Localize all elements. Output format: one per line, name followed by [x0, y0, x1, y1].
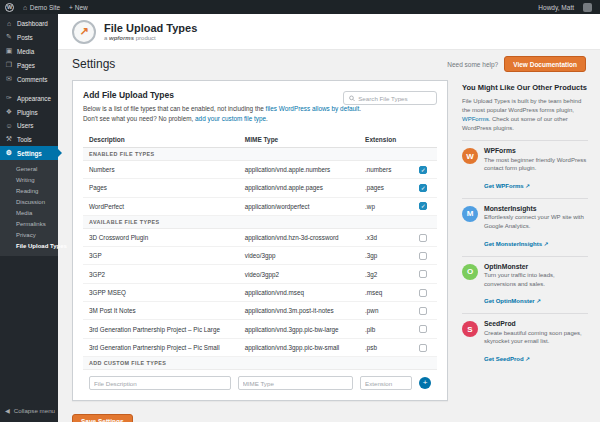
product-name: MonsterInsights: [484, 205, 588, 212]
new-content-menu[interactable]: + New: [69, 4, 88, 11]
file-type-checkbox[interactable]: [419, 270, 427, 278]
add-custom-file-type-link[interactable]: add your custom file type: [195, 115, 266, 122]
file-type-checkbox[interactable]: [419, 307, 427, 315]
get-optinmonster-link[interactable]: Get OptinMonster ↗: [484, 298, 541, 304]
search-icon: [349, 95, 355, 102]
search-box: [343, 91, 437, 105]
desc-text: Don't see what you need? No problem,: [83, 115, 195, 122]
site-name-menu[interactable]: ⌂ Demo Site: [23, 4, 60, 11]
file-description: 3rd Generation Partnership Project – Pic…: [83, 338, 239, 356]
wordpress-logo-icon[interactable]: W: [5, 3, 14, 12]
custom-description-input[interactable]: [89, 376, 231, 390]
sidebar-item-media[interactable]: ▣Media: [0, 44, 58, 58]
column-mime-type: MIME Type: [239, 132, 359, 148]
file-extension: .3gp: [359, 247, 409, 265]
plugin-tagline: a wpforms product: [104, 35, 197, 41]
help-text: Need some help?: [447, 61, 498, 68]
site-name-label: Demo Site: [30, 4, 60, 11]
table-row: WordPerfect application/wordperfect .wp: [83, 197, 437, 215]
table-row: 3D Crossword Plugin application/vnd.hzn-…: [83, 228, 437, 246]
tagline-prefix: a: [104, 35, 107, 41]
submenu-item-privacy[interactable]: Privacy: [0, 229, 58, 240]
posts-icon: ✎: [5, 33, 13, 41]
collapse-icon: ◀: [5, 407, 10, 414]
submenu-item-writing[interactable]: Writing: [0, 174, 58, 185]
admin-bar-right: Howdy, Matt: [538, 3, 592, 12]
settings-gear-icon: ⚙: [5, 149, 13, 157]
sidebar-item-label: Media: [17, 48, 34, 55]
content-row: Add File Upload Types Below is a list of…: [58, 78, 600, 422]
get-wpforms-link[interactable]: Get WPForms ↗: [484, 183, 530, 189]
save-settings-button[interactable]: Save Settings: [72, 414, 133, 422]
get-monsterinsights-link[interactable]: Get MonsterInsights ↗: [484, 241, 548, 247]
view-documentation-button[interactable]: View Documentation: [504, 56, 586, 72]
sidebar-item-appearance[interactable]: ✑Appearance: [0, 91, 58, 105]
wordpress-default-types-link[interactable]: files WordPress allows by default: [266, 105, 360, 112]
sidebar-item-posts[interactable]: ✎Posts: [0, 30, 58, 44]
sidebar-item-settings[interactable]: ⚙Settings: [0, 146, 58, 160]
sidebar-item-plugins[interactable]: ❖Plugins: [0, 105, 58, 119]
file-upload-types-logo-icon: ↗: [72, 20, 96, 44]
wpforms-link[interactable]: WPForms: [462, 116, 489, 122]
file-mime: application/vnd.hzn-3d-crossword: [239, 228, 359, 246]
file-extension: .numbers: [359, 160, 409, 178]
wpforms-brand: wpforms: [109, 35, 134, 41]
file-extension: .mseq: [359, 283, 409, 301]
file-extension: .pwn: [359, 302, 409, 320]
file-extension: .x3d: [359, 228, 409, 246]
submenu-item-permalinks[interactable]: Permalinks: [0, 218, 58, 229]
sidebar-item-label: Pages: [17, 62, 35, 69]
enabled-section-header: ENABLED FILE TYPES: [83, 147, 437, 160]
file-mime: application/vnd.apple.pages: [239, 179, 359, 197]
file-type-checkbox[interactable]: [419, 252, 427, 260]
sidebar-item-comments[interactable]: ✉Comments: [0, 72, 58, 86]
submenu-item-file-upload-types[interactable]: File Upload Types: [0, 240, 58, 251]
sidebar-item-users[interactable]: ☺Users: [0, 119, 58, 132]
file-types-table: Description MIME Type Extension ENABLED …: [83, 132, 437, 400]
plugins-icon: ❖: [5, 108, 13, 116]
external-link-icon: ↗: [525, 183, 530, 189]
custom-extension-input[interactable]: [360, 376, 412, 390]
collapse-menu-button[interactable]: ◀ Collapse menu: [0, 404, 58, 417]
howdy-menu[interactable]: Howdy, Matt: [538, 4, 574, 11]
submenu-item-media[interactable]: Media: [0, 207, 58, 218]
file-type-checkbox[interactable]: [419, 184, 427, 192]
file-type-checkbox[interactable]: [419, 234, 427, 242]
sidebar-item-dashboard[interactable]: ⌂Dashboard: [0, 17, 58, 30]
file-type-checkbox[interactable]: [419, 289, 427, 297]
external-link-icon: ↗: [544, 241, 549, 247]
file-description: 3D Crossword Plugin: [83, 228, 239, 246]
desc-text: .: [359, 105, 361, 112]
dashboard-icon: ⌂: [5, 20, 13, 27]
submenu-item-reading[interactable]: Reading: [0, 185, 58, 196]
sidebar-item-pages[interactable]: ❐Pages: [0, 58, 58, 72]
column-extension: Extension: [359, 132, 409, 148]
file-type-checkbox[interactable]: [419, 202, 427, 210]
add-custom-type-button[interactable]: +: [419, 377, 431, 389]
screen: W ⌂ Demo Site + New Howdy, Matt ⌂Dashboa…: [0, 0, 600, 422]
file-mime: video/3gpp2: [239, 265, 359, 283]
submenu-item-general[interactable]: General: [0, 163, 58, 174]
table-row: Pages application/vnd.apple.pages .pages: [83, 179, 437, 197]
table-row: 3GP2 video/3gpp2 .3g2: [83, 265, 437, 283]
file-type-checkbox[interactable]: [419, 166, 427, 174]
page-title: File Upload Types: [104, 22, 197, 35]
product-description: Effortlessly connect your WP site with G…: [484, 213, 588, 230]
file-description: 3GP2: [83, 265, 239, 283]
file-type-checkbox[interactable]: [419, 325, 427, 333]
sidebar-item-tools[interactable]: ⚒Tools: [0, 132, 58, 146]
wpforms-icon: W: [462, 148, 478, 164]
users-icon: ☺: [5, 122, 13, 129]
get-seedprod-link[interactable]: Get SeedProd ↗: [484, 356, 530, 362]
plugin-header-text: File Upload Types a wpforms product: [104, 22, 197, 41]
product-description: Create beautiful coming soon pages, skyr…: [484, 329, 588, 346]
appearance-icon: ✑: [5, 94, 13, 102]
avatar[interactable]: [583, 3, 592, 12]
external-link-icon: ↗: [536, 298, 541, 304]
search-input[interactable]: [358, 95, 431, 102]
submenu-item-discussion[interactable]: Discussion: [0, 196, 58, 207]
comments-icon: ✉: [5, 75, 13, 83]
file-extension: .psb: [359, 338, 409, 356]
custom-mime-input[interactable]: [238, 376, 353, 390]
file-type-checkbox[interactable]: [419, 344, 427, 352]
